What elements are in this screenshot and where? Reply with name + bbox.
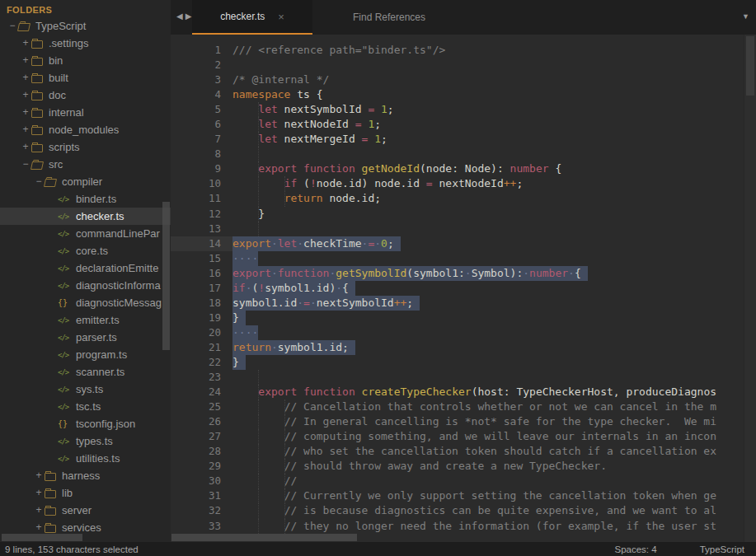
code-line-27[interactable]: 27 // computing something, and we will l… xyxy=(171,429,756,444)
code-line-20[interactable]: 20···· xyxy=(171,325,756,340)
indent-settings-button[interactable]: Spaces: 4 xyxy=(615,544,657,554)
tree-item-program-ts[interactable]: </>program.ts xyxy=(0,346,171,363)
expander-icon[interactable]: − xyxy=(20,156,31,173)
expander-icon[interactable]: + xyxy=(20,121,31,138)
code-line-13[interactable]: 13 xyxy=(171,222,756,236)
tree-item-emitter-ts[interactable]: </>emitter.ts xyxy=(0,311,171,329)
syntax-selector-button[interactable]: TypeScript xyxy=(700,544,744,554)
line-number[interactable]: 28 xyxy=(171,444,232,459)
code-line-17[interactable]: 17if·(!symbol1.id)·{ xyxy=(171,281,756,296)
line-number[interactable]: 2 xyxy=(171,58,232,72)
code-line-15[interactable]: 15···· xyxy=(171,251,756,266)
editor-vertical-scrollbar-thumb[interactable] xyxy=(746,36,754,96)
line-number[interactable]: 18 xyxy=(171,296,232,311)
code-line-28[interactable]: 28 // who set the cancellation token sho… xyxy=(171,444,756,459)
line-number[interactable]: 33 xyxy=(171,519,232,534)
sidebar-horizontal-scrollbar[interactable] xyxy=(2,534,82,541)
code-line-32[interactable]: 32 // is because diagnostics can be quit… xyxy=(171,503,756,518)
code-line-9[interactable]: 9 export function getNodeId(node: Node):… xyxy=(171,161,756,176)
line-number[interactable]: 7 xyxy=(171,132,232,147)
line-number[interactable]: 12 xyxy=(171,207,232,222)
line-number[interactable]: 29 xyxy=(171,459,232,474)
line-number[interactable]: 31 xyxy=(171,488,232,503)
line-number[interactable]: 1 xyxy=(171,43,232,58)
line-number[interactable]: 19 xyxy=(171,311,232,325)
line-number[interactable]: 10 xyxy=(171,176,232,191)
code-line-7[interactable]: 7 let nextMergeId = 1; xyxy=(171,132,756,147)
line-number[interactable]: 20 xyxy=(171,325,232,340)
editor-horizontal-scrollbar[interactable] xyxy=(171,534,357,541)
code-line-11[interactable]: 11 return node.id; xyxy=(171,191,756,206)
tree-item-sys-ts[interactable]: </>sys.ts xyxy=(0,381,171,398)
tree-item-diagnosticinforma[interactable]: </>diagnosticInforma xyxy=(0,277,171,294)
code-line-18[interactable]: 18symbol1.id·=·nextSymbolId++; xyxy=(171,296,756,311)
code-line-10[interactable]: 10 if (!node.id) node.id = nextNodeId++; xyxy=(171,176,756,191)
code-line-19[interactable]: 19} xyxy=(171,311,756,325)
expander-icon[interactable]: + xyxy=(33,467,45,484)
line-number[interactable]: 32 xyxy=(171,503,232,518)
line-number[interactable]: 30 xyxy=(171,474,232,488)
tree-item-tsconfig-json[interactable]: {}tsconfig.json xyxy=(0,415,171,432)
line-number[interactable]: 3 xyxy=(171,72,232,87)
line-number[interactable]: 22 xyxy=(171,355,232,370)
tree-item-scripts[interactable]: +scripts xyxy=(0,138,171,156)
tree-item-diagnosticmessag[interactable]: {}diagnosticMessag xyxy=(0,294,171,311)
tree-item-checker-ts[interactable]: </>checker.ts xyxy=(0,208,171,225)
tree-item-server[interactable]: +server xyxy=(0,502,171,519)
code-line-25[interactable]: 25 // Cancellation that controls whether… xyxy=(171,399,756,414)
expander-icon[interactable]: + xyxy=(20,138,31,156)
tree-item-types-ts[interactable]: </>types.ts xyxy=(0,432,171,450)
tree-item-built[interactable]: +built xyxy=(0,69,171,86)
tree-item-utilities-ts[interactable]: </>utilities.ts xyxy=(0,450,171,467)
line-number[interactable]: 25 xyxy=(171,399,232,414)
tree-item-typescript[interactable]: −TypeScript xyxy=(0,17,171,35)
line-number[interactable]: 9 xyxy=(171,161,232,176)
tree-item-doc[interactable]: +doc xyxy=(0,86,171,104)
tree-item-settings[interactable]: +.settings xyxy=(0,35,171,52)
expander-icon[interactable]: + xyxy=(20,104,31,121)
expander-icon[interactable]: − xyxy=(7,17,18,35)
tab-label[interactable]: Find References xyxy=(353,12,425,23)
tree-item-scanner-ts[interactable]: </>scanner.ts xyxy=(0,363,171,381)
editor-vertical-scrollbar[interactable] xyxy=(744,35,756,542)
code-line-3[interactable]: 3/* @internal */ xyxy=(171,72,756,87)
code-line-5[interactable]: 5 let nextSymbolId = 1; xyxy=(171,102,756,117)
expander-icon[interactable]: + xyxy=(20,52,31,69)
tree-item-tsc-ts[interactable]: </>tsc.ts xyxy=(0,398,171,415)
line-number[interactable]: 17 xyxy=(171,281,232,296)
expander-icon[interactable]: + xyxy=(20,86,31,104)
line-number[interactable]: 24 xyxy=(171,385,232,399)
code-line-33[interactable]: 33 // they no longer need the informatio… xyxy=(171,519,756,534)
tab-label[interactable]: checker.ts xyxy=(220,11,265,22)
expander-icon[interactable]: + xyxy=(20,35,31,52)
code-line-12[interactable]: 12 } xyxy=(171,207,756,222)
code-line-23[interactable]: 23 xyxy=(171,370,756,385)
code-line-24[interactable]: 24 export function createTypeChecker(hos… xyxy=(171,385,756,399)
line-number[interactable]: 14 xyxy=(171,236,232,251)
code-line-14[interactable]: 14export·let·checkTime·=·0; xyxy=(171,236,756,251)
editor[interactable]: 1/// <reference path="binder.ts"/>23/* @… xyxy=(171,35,756,542)
line-number[interactable]: 15 xyxy=(171,251,232,266)
code-line-21[interactable]: 21return·symbol1.id; xyxy=(171,340,756,355)
tab-overflow-dropdown-icon[interactable]: ▼ xyxy=(742,12,749,21)
code-line-29[interactable]: 29 // should throw away and create a new… xyxy=(171,459,756,474)
close-icon[interactable]: × xyxy=(278,12,284,22)
code-line-30[interactable]: 30 // xyxy=(171,474,756,488)
line-number[interactable]: 6 xyxy=(171,117,232,132)
line-number[interactable]: 11 xyxy=(171,191,232,206)
tab-checker-ts[interactable]: checker.ts × xyxy=(192,0,312,35)
tree-item-node-modules[interactable]: +node_modules xyxy=(0,121,171,138)
line-number[interactable]: 4 xyxy=(171,87,232,102)
code-line-1[interactable]: 1/// <reference path="binder.ts"/> xyxy=(171,43,756,58)
tab-nav-left-icon[interactable]: ◀ xyxy=(176,12,185,21)
code-line-4[interactable]: 4namespace ts { xyxy=(171,87,756,102)
expander-icon[interactable]: + xyxy=(33,502,45,519)
code-line-26[interactable]: 26 // In general cancelling is *not* saf… xyxy=(171,414,756,429)
code-line-6[interactable]: 6 let nextNodeId = 1; xyxy=(171,117,756,132)
code-line-16[interactable]: 16export·function·getSymbolId(symbol1:·S… xyxy=(171,266,756,281)
code-line-22[interactable]: 22} xyxy=(171,355,756,370)
tab-find-references[interactable]: Find References xyxy=(312,0,466,35)
tree-item-compiler[interactable]: −compiler xyxy=(0,173,171,190)
code-line-2[interactable]: 2 xyxy=(171,58,756,72)
tree-item-core-ts[interactable]: </>core.ts xyxy=(0,242,171,259)
